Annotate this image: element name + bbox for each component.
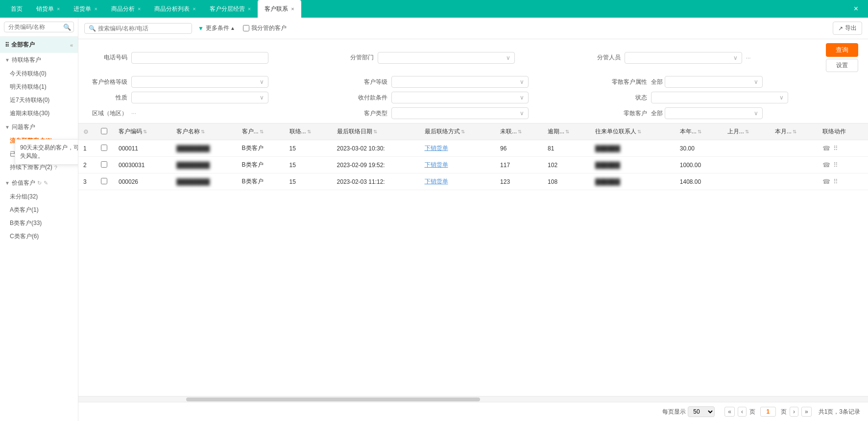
sidebar-item-7days-contact[interactable]: 近7天待联络(0) xyxy=(0,94,78,107)
sidebar-item-ungrouped[interactable]: 未分组(32) xyxy=(0,190,78,203)
sort-icon[interactable]: ⇅ xyxy=(745,129,749,134)
nav-sales-order[interactable]: 销货单 × xyxy=(29,0,67,18)
price-tier-select[interactable]: ∨ xyxy=(131,76,268,88)
nav-home[interactable]: 首页 xyxy=(4,0,29,18)
sidebar-item-b-class[interactable]: B类客户(33) xyxy=(0,217,78,230)
filter-row-3: 性质 ∨ 收付款条件 ∨ 状态 xyxy=(88,92,858,103)
edit-icon[interactable]: ✎ xyxy=(44,180,48,186)
filter-retail-attr: 零散客户属性 全部 ∨ xyxy=(608,76,858,88)
window-close-button[interactable]: × xyxy=(848,4,864,13)
sidebar-item-tomorrow-contact[interactable]: 明天待联络(1) xyxy=(0,80,78,94)
sort-icon[interactable]: ⇅ xyxy=(201,129,205,134)
phone-input[interactable] xyxy=(131,52,268,64)
per-page-wrap: 每页显示 50 100 200 xyxy=(662,406,717,417)
sort-icon[interactable]: ⇅ xyxy=(793,129,796,134)
section-pending-contact[interactable]: ▼ 待联络客户 xyxy=(0,53,78,67)
scrollbar-thumb[interactable] xyxy=(186,397,480,401)
page-number-input[interactable] xyxy=(760,407,776,417)
sort-icon[interactable]: ⇅ xyxy=(461,129,465,134)
settings-button[interactable]: 设置 xyxy=(826,59,858,72)
more-dots-region[interactable]: ··· xyxy=(131,110,136,117)
close-icon[interactable]: × xyxy=(138,6,141,12)
search-icon: 🔍 xyxy=(89,25,96,32)
col-overdue: 逾期...⇅ xyxy=(543,124,590,140)
chevron-down-icon: ∨ xyxy=(520,78,524,85)
question-icon: ? xyxy=(54,165,57,171)
section-value-customers[interactable]: ▼ 价值客户 ↻ ✎ xyxy=(0,176,78,190)
filter-customer-type: 客户类型 ∨ xyxy=(348,107,599,119)
sort-icon[interactable]: ⇅ xyxy=(518,129,522,134)
nav-product-analysis-list[interactable]: 商品分析列表 × xyxy=(147,0,202,18)
customer-type-select[interactable]: ∨ xyxy=(391,107,529,119)
status-select[interactable]: ∨ xyxy=(651,92,788,103)
refresh-icon[interactable]: ↻ xyxy=(37,180,42,186)
sidebar-item-today-contact[interactable]: 今天待联络(0) xyxy=(0,67,78,80)
sort-icon[interactable]: ⇅ xyxy=(143,129,147,134)
dept-select[interactable]: ∨ xyxy=(378,52,515,64)
sidebar-item-a-class[interactable]: A类客户(1) xyxy=(0,203,78,217)
sort-icon[interactable]: ⇅ xyxy=(307,129,311,134)
my-customers-checkbox[interactable] xyxy=(243,25,249,31)
contact-icon[interactable]: ☎ xyxy=(822,145,830,152)
more-actions-icon[interactable]: ⠿ xyxy=(833,161,838,169)
sort-icon[interactable]: ⇅ xyxy=(260,129,264,134)
more-dots[interactable]: ··· xyxy=(746,54,751,61)
payment-terms-select[interactable]: ∨ xyxy=(391,92,529,103)
filter-row-2: 客户价格等级 ∨ 客户等级 ∨ 零散客户属性 全部 xyxy=(88,76,858,88)
sort-icon[interactable]: ⇅ xyxy=(698,129,701,134)
more-actions-icon[interactable]: ⠿ xyxy=(833,145,838,152)
last-page-btn[interactable]: » xyxy=(801,407,812,417)
col-type: 客户...⇅ xyxy=(237,124,285,140)
sort-icon[interactable]: ⇅ xyxy=(565,129,569,134)
arrow-icon: ▼ xyxy=(5,180,10,186)
nav-product-analysis[interactable]: 商品分析 × xyxy=(104,0,147,18)
section-problem-customers[interactable]: ▼ 问题客户 xyxy=(0,120,78,134)
first-page-btn[interactable]: « xyxy=(724,407,735,417)
sidebar-all-customers[interactable]: ⠿ 全部客户 « xyxy=(0,37,78,53)
row-contact-person: ██████ xyxy=(590,157,675,173)
per-page-select[interactable]: 50 100 200 xyxy=(688,406,715,417)
close-icon[interactable]: × xyxy=(193,6,195,12)
person-select[interactable]: ∨ xyxy=(625,52,742,64)
row-overdue: 108 xyxy=(543,173,590,190)
settings-icon[interactable]: ⚙ xyxy=(83,128,89,135)
horizontal-scrollbar[interactable] xyxy=(78,396,868,402)
row-this-year: 1000.00 xyxy=(675,157,723,173)
nav-customer-contact[interactable]: 客户联系 × xyxy=(258,0,301,18)
query-button[interactable]: 查询 xyxy=(826,43,858,57)
sidebar-item-c-class[interactable]: C类客户(6) xyxy=(0,230,78,243)
chevron-down-icon: ∨ xyxy=(779,94,784,101)
nav-customer-tier[interactable]: 客户分层经营 × xyxy=(203,0,258,18)
retail-customer-select[interactable]: ∨ xyxy=(665,107,763,119)
row-actions: ☎ ⠿ xyxy=(818,140,868,157)
next-page-btn[interactable]: › xyxy=(790,407,798,417)
close-icon[interactable]: × xyxy=(57,6,60,12)
retail-attr-select[interactable]: ∨ xyxy=(665,76,763,88)
row-actions: ☎ ⠿ xyxy=(818,157,868,173)
select-all-checkbox[interactable] xyxy=(101,128,107,134)
row-this-month xyxy=(770,173,818,190)
close-icon[interactable]: × xyxy=(248,6,251,12)
chevron-down-icon: ∨ xyxy=(754,78,758,85)
prev-page-btn[interactable]: ‹ xyxy=(738,407,747,417)
contact-icon[interactable]: ☎ xyxy=(822,161,830,169)
nature-select[interactable]: ∨ xyxy=(131,92,268,103)
row-not-contact: 123 xyxy=(495,173,543,190)
row-contact-count: 15 xyxy=(285,157,332,173)
row-contact-count: 15 xyxy=(285,173,332,190)
sort-icon[interactable]: ⇅ xyxy=(373,129,377,134)
search-input[interactable] xyxy=(98,25,188,32)
row-not-contact: 117 xyxy=(495,157,543,173)
filter-customer-tier: 客户等级 ∨ xyxy=(348,76,599,88)
more-actions-icon[interactable]: ⠿ xyxy=(833,178,838,185)
nav-purchase-order[interactable]: 进货单 × xyxy=(67,0,104,18)
sidebar-item-overdue-contact[interactable]: 逾期未联络(30) xyxy=(0,107,78,120)
customer-tier-select[interactable]: ∨ xyxy=(391,76,529,88)
sort-icon[interactable]: ⇅ xyxy=(637,129,641,134)
close-icon[interactable]: × xyxy=(94,6,97,12)
contact-icon[interactable]: ☎ xyxy=(822,178,830,185)
row-last-contact-date: 2023-03-02 10:30: xyxy=(332,140,420,157)
close-icon[interactable]: × xyxy=(291,6,294,12)
more-conditions-btn[interactable]: ▼ 更多条件 ▲ xyxy=(198,24,235,32)
export-button[interactable]: ↗ 导出 xyxy=(833,22,862,35)
